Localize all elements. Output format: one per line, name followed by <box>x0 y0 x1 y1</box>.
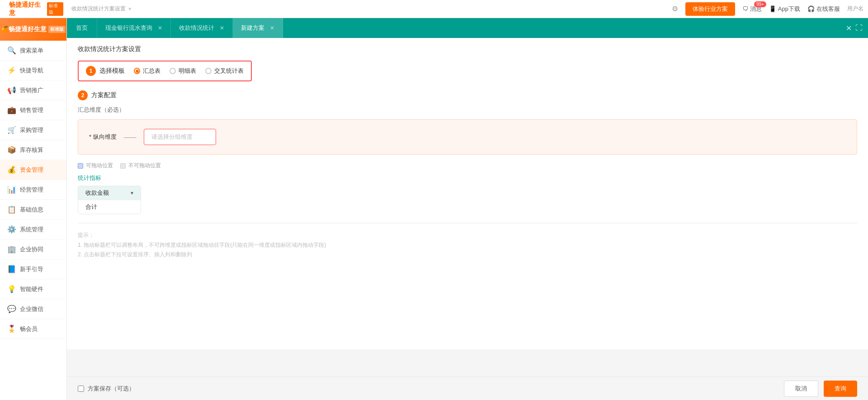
maximize-icon[interactable]: ⛶ <box>855 24 863 32</box>
dimension-area: * 纵向维度 —— 请选择分组维度 <box>78 119 857 155</box>
dimension-placeholder: 请选择分组维度 <box>151 133 193 141</box>
tips-title: 提示： <box>78 232 94 238</box>
wechat-icon: 💬 <box>7 305 16 313</box>
tab-bar: 首页 现金银行流水查询 ✕ 收款情况统计 ✕ 新建方案 ✕ ✕ ⛶ <box>67 18 868 38</box>
service-button[interactable]: 🎧 在线客服 <box>807 5 840 13</box>
sidebar-item-guide[interactable]: 📘 新手引导 <box>0 259 66 279</box>
brand-badge: 标准版 <box>48 26 66 33</box>
sidebar-brand: 🍊 畅捷通好生意 标准版 <box>0 18 66 41</box>
bottom-bar-left: 方案保存（可选） <box>78 385 135 393</box>
bottom-bar: 方案保存（可选） 取消 查询 <box>67 376 868 400</box>
metrics-config: 可拖动位置 不可拖动位置 统计指标 收款金额 <box>78 162 857 216</box>
tab-receipt-stats-label: 收款情况统计 <box>179 24 214 32</box>
sidebar-label-enterprise: 企业协同 <box>20 245 43 254</box>
page-inner: 收款情况统计方案设置 1 选择模板 汇总表 <box>67 38 868 349</box>
bottom-bar-right: 取消 查询 <box>784 381 857 397</box>
dimension-row: * 纵向维度 —— 请选择分组维度 <box>89 129 846 145</box>
metrics-dropdown-icon[interactable]: ▾ <box>131 190 133 196</box>
enterprise-icon: 🏢 <box>7 245 16 254</box>
radio-detail[interactable]: 明细表 <box>170 67 196 75</box>
sidebar-item-hardware[interactable]: 💡 智能硬件 <box>0 279 66 299</box>
radio-summary[interactable]: 汇总表 <box>134 67 160 75</box>
step2-number: 2 <box>78 90 88 100</box>
download-button[interactable]: 📱 App下载 <box>769 5 800 13</box>
movable-dot <box>78 163 83 169</box>
dimension-select[interactable]: 请选择分组维度 <box>144 129 216 145</box>
tab-cashflow[interactable]: 现金银行流水查询 ✕ <box>97 18 171 38</box>
sidebar-label-sales: 销售管理 <box>20 106 43 114</box>
user-info[interactable]: 用户名 <box>847 5 863 13</box>
legend-fixed: 不可拖动位置 <box>120 162 161 169</box>
sidebar-label-inventory: 库存核算 <box>20 146 43 154</box>
gear-icon[interactable]: ⚙ <box>672 5 678 13</box>
guide-icon: 📘 <box>7 265 16 273</box>
radio-cross[interactable]: 交叉统计表 <box>205 67 244 75</box>
finance-icon: 💰 <box>7 165 16 174</box>
tab-receipt-stats[interactable]: 收款情况统计 ✕ <box>171 18 233 38</box>
metrics-header-row[interactable]: 收款金额 ▾ <box>78 186 141 200</box>
top-actions: ⚙ 体验行业方案 🗨 消息 99+ 📱 App下载 🎧 在线客服 用户名 <box>672 2 863 16</box>
download-icon: 📱 <box>769 5 776 12</box>
dropdown-arrow-icon[interactable]: ▾ <box>128 5 132 12</box>
close-window-icon[interactable]: ✕ <box>846 24 852 33</box>
page-content: 收款情况统计方案设置 1 选择模板 汇总表 <box>67 38 868 376</box>
sidebar-item-quicknav[interactable]: ⚡ 快捷导航 <box>0 61 66 80</box>
legend-fixed-label: 不可拖动位置 <box>128 162 161 169</box>
radio-summary-circle <box>134 68 140 74</box>
tab-home[interactable]: 首页 <box>67 18 97 38</box>
notice-badge: 99+ <box>754 1 766 7</box>
cancel-button[interactable]: 取消 <box>784 381 818 397</box>
tab-new-plan[interactable]: 新建方案 ✕ <box>233 18 283 38</box>
query-button[interactable]: 查询 <box>824 381 857 397</box>
sidebar-item-sales[interactable]: 💼 销售管理 <box>0 100 66 120</box>
sidebar-item-enterprise[interactable]: 🏢 企业协同 <box>0 240 66 259</box>
sidebar-item-purchase[interactable]: 🛒 采购管理 <box>0 120 66 140</box>
service-label: 在线客服 <box>816 5 840 13</box>
breadcrumb-text: 收款情况统计方案设置 <box>71 5 126 13</box>
top-bar: 畅捷通好生意 标准版 收款情况统计方案设置 ▾ ⚙ 体验行业方案 🗨 消息 99… <box>0 0 868 18</box>
brand-icon: 🍊 <box>1 26 9 33</box>
step2-title: 方案配置 <box>91 91 117 99</box>
radio-detail-label: 明细表 <box>179 67 196 75</box>
tab-cashflow-close[interactable]: ✕ <box>158 25 162 31</box>
sidebar-label-purchase: 采购管理 <box>20 126 43 134</box>
radio-cross-label: 交叉统计表 <box>214 67 244 75</box>
template-box: 1 选择模板 汇总表 明细表 <box>78 61 252 81</box>
industry-button[interactable]: 体验行业方案 <box>685 2 735 16</box>
sidebar-item-management[interactable]: 📊 经营管理 <box>0 180 66 200</box>
notice-button[interactable]: 🗨 消息 99+ <box>742 5 762 13</box>
purchase-icon: 🛒 <box>7 126 16 134</box>
sidebar-item-wechat[interactable]: 💬 企业微信 <box>0 299 66 319</box>
tab-bar-right: ✕ ⛶ <box>846 24 868 33</box>
sidebar-label-member: 畅会员 <box>20 325 38 333</box>
radio-detail-circle <box>170 68 176 74</box>
dimension-arrow-icon: —— <box>124 133 137 141</box>
sidebar-item-basicinfo[interactable]: 📋 基础信息 <box>0 200 66 220</box>
divider <box>78 223 857 223</box>
sidebar-item-member[interactable]: 🎖️ 畅会员 <box>0 319 66 339</box>
tab-receipt-stats-close[interactable]: ✕ <box>220 25 224 31</box>
sidebar: 🍊 畅捷通好生意 标准版 🔍 搜索菜单 ⚡ 快捷导航 📢 营销推广 💼 销售管理… <box>0 18 67 400</box>
sidebar-item-search[interactable]: 🔍 搜索菜单 <box>0 41 66 61</box>
hardware-icon: 💡 <box>7 285 16 293</box>
sidebar-item-marketing[interactable]: 📢 营销推广 <box>0 80 66 100</box>
sidebar-item-system[interactable]: ⚙️ 系统管理 <box>0 220 66 240</box>
radio-cross-circle <box>205 68 212 74</box>
tab-cashflow-label: 现金银行流水查询 <box>105 24 152 32</box>
step1-number: 1 <box>86 66 96 76</box>
sidebar-item-finance[interactable]: 💰 资金管理 <box>0 160 66 180</box>
sidebar-label-hardware: 智能硬件 <box>20 285 43 293</box>
metrics-title: 统计指标 <box>78 174 857 182</box>
step2-section: 2 方案配置 汇总维度（必选） * 纵向维度 —— 请选择分组维度 <box>78 90 857 260</box>
tip-item-1: 1. 拖动标题栏可以调整布局，不可跨维度或指标区域拖动目字段(只能在同一维度或指… <box>78 240 857 250</box>
legend-movable: 可拖动位置 <box>78 162 113 169</box>
sidebar-label-wechat: 企业微信 <box>20 305 43 313</box>
tips-section: 提示： 1. 拖动标题栏可以调整布局，不可跨维度或指标区域拖动目字段(只能在同一… <box>78 231 857 260</box>
service-icon: 🎧 <box>807 5 815 12</box>
sidebar-item-inventory[interactable]: 📦 库存核算 <box>0 140 66 160</box>
template-radio-group: 汇总表 明细表 交叉统计表 <box>134 67 244 75</box>
tab-new-plan-close[interactable]: ✕ <box>270 25 274 31</box>
save-checkbox[interactable] <box>78 386 84 392</box>
tab-new-plan-label: 新建方案 <box>241 24 264 32</box>
radio-summary-label: 汇总表 <box>143 67 160 75</box>
